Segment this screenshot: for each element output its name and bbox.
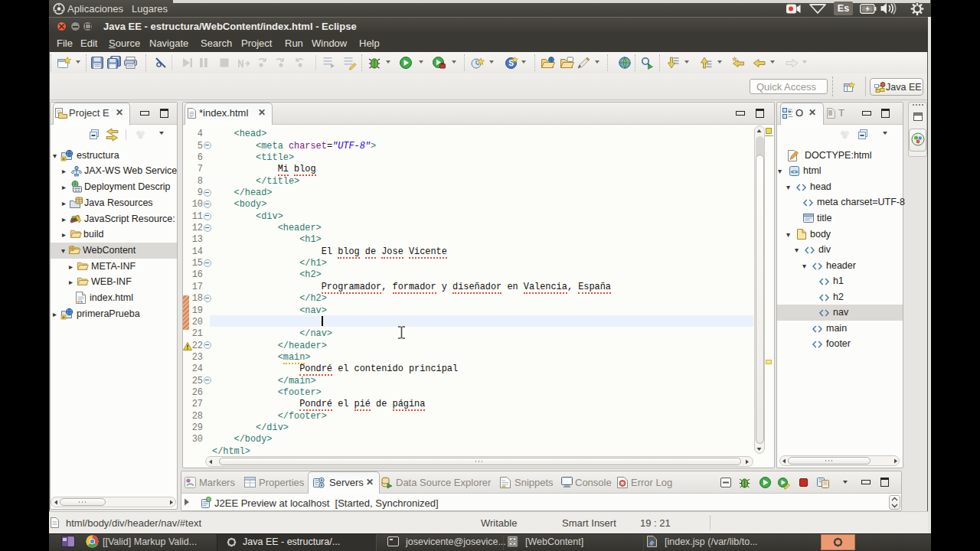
svg-text:1.1: 1.1 (75, 188, 80, 192)
svg-text:<>: <> (791, 168, 799, 175)
